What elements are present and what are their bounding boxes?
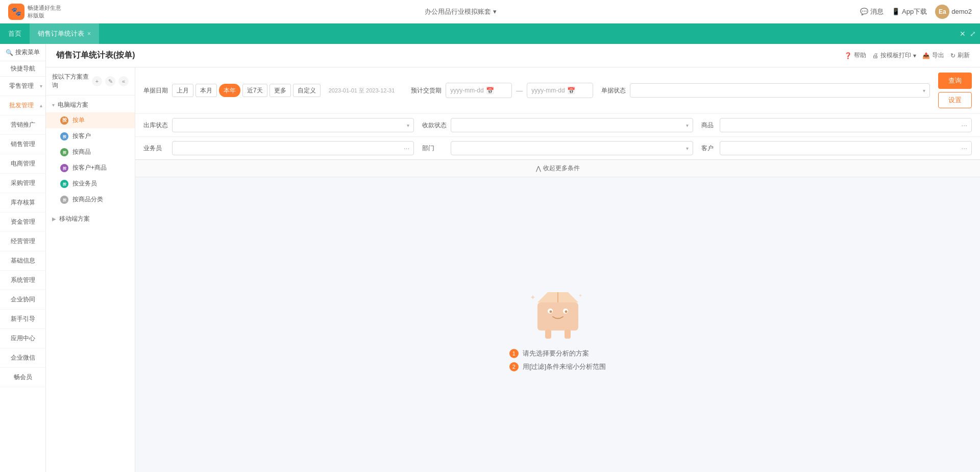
period-btn-this-year[interactable]: 本年 (219, 84, 240, 97)
scheme-edit-icon[interactable]: ✎ (105, 76, 115, 86)
sidebar-item-purchase[interactable]: 采购管理 (0, 174, 45, 193)
window-expand-icon[interactable]: ⤢ (970, 30, 976, 38)
scheme-add-icon[interactable]: + (92, 76, 102, 86)
svg-text:按: 按 (62, 150, 66, 154)
empty-state: ✦ ✦ ✦ 1 请先选择要分析的方案 2 用[过滤]条件来缩小分析范围 (135, 177, 980, 472)
refresh-icon: ↻ (950, 52, 955, 59)
sidebar-item-basic-info[interactable]: 基础信息 (0, 251, 45, 271)
more-dots-icon: ··· (961, 121, 967, 129)
salesperson-select[interactable]: ··· (172, 141, 414, 155)
app-download-button[interactable]: 📱 App下载 (892, 7, 927, 16)
department-select[interactable]: ▾ (451, 141, 693, 155)
sidebar-item-ecommerce[interactable]: 电商管理 (0, 154, 45, 174)
calendar-icon: 📅 (567, 87, 575, 95)
main-layout: 🔍 搜索菜单 快捷导航 零售管理 ▾ 批发管理 ▴ 营销推广 销售管理 电商管理… (0, 44, 980, 472)
scheme-item-by-customer[interactable]: 按 按客户 (46, 128, 135, 144)
print-button[interactable]: 🖨 按模板打印 ▾ (872, 51, 916, 60)
sidebar-item-system[interactable]: 系统管理 (0, 271, 45, 290)
scheme-item-by-goods[interactable]: 按 按商品 (46, 144, 135, 160)
chevron-down-icon: ▾ (686, 123, 689, 128)
period-btn-more[interactable]: 更多 (270, 84, 291, 97)
help-icon: ❓ (844, 52, 852, 59)
svg-rect-10 (537, 302, 578, 331)
scheme-section-desktop-header[interactable]: ▾ 电脑端方案 (46, 98, 135, 112)
sidebar-item-appstore[interactable]: 应用中心 (0, 329, 45, 348)
collapse-filter-button[interactable]: ⋀ 收起更多条件 (135, 160, 980, 177)
search-menu-button[interactable]: 🔍 搜索菜单 (0, 44, 45, 61)
chevron-down-icon: ▾ (40, 83, 42, 89)
scheme-section-mobile: ▶ 移动端方案 (46, 209, 135, 228)
filter-section: 单据日期 上月 本月 本年 近7天 更多 自定义 2023-01-01 至 20… (135, 67, 980, 177)
scheme-item-icon: 按 (60, 148, 68, 156)
sidebar-item-sales[interactable]: 销售管理 (0, 135, 45, 154)
user-area[interactable]: Ea demo2 (935, 5, 972, 19)
scheme-item-by-category[interactable]: 按 按商品分类 (46, 192, 135, 207)
scheme-item-by-order[interactable]: 按 按单 (46, 112, 135, 128)
period-btn-7days[interactable]: 近7天 (242, 84, 267, 97)
sidebar-item-management[interactable]: 经营管理 (0, 232, 45, 251)
sidebar-item-guide[interactable]: 新手引导 (0, 310, 45, 329)
svg-point-14 (549, 310, 552, 313)
chevron-down-icon: ▾ (686, 146, 689, 151)
settings-button[interactable]: 设置 (938, 92, 972, 108)
sidebar-item-finance[interactable]: 资金管理 (0, 213, 45, 232)
period-btn-custom[interactable]: 自定义 (293, 84, 321, 97)
period-btn-last-month[interactable]: 上月 (172, 84, 193, 97)
window-close-icon[interactable]: ✕ (960, 30, 966, 38)
scheme-section-desktop: ▾ 电脑端方案 按 按单 按 按客户 (46, 96, 135, 209)
sidebar-item-collab[interactable]: 企业协同 (0, 290, 45, 310)
export-icon: 📤 (922, 52, 930, 59)
sidebar-item-marketing[interactable]: 营销推广 (0, 115, 45, 135)
date-label: 单据日期 (143, 86, 168, 95)
scheme-collapse-icon[interactable]: « (118, 76, 129, 86)
calendar-icon: 📅 (486, 87, 494, 95)
salesperson-icon: 按 (62, 181, 67, 186)
sidebar-item-member[interactable]: 畅会员 (0, 368, 45, 387)
chevron-right-icon: ▶ (52, 216, 56, 222)
avatar: Ea (935, 5, 949, 19)
payment-status-label: 收款状态 (422, 121, 447, 130)
scheme-item-icon: 按 (60, 132, 68, 140)
svg-text:✦: ✦ (576, 317, 579, 321)
refresh-button[interactable]: ↻ 刷新 (950, 51, 970, 60)
svg-point-15 (565, 310, 567, 313)
query-button[interactable]: 查询 (938, 73, 972, 89)
sidebar-item-weixin[interactable]: 企业微信 (0, 348, 45, 368)
tab-sales-order[interactable]: 销售订单统计表 × (30, 23, 99, 44)
message-icon: 💬 (860, 8, 868, 15)
help-button[interactable]: ❓ 帮助 (844, 51, 866, 60)
top-bar-center[interactable]: 办公用品行业模拟账套 ▾ (61, 7, 860, 16)
department-label: 部门 (422, 144, 447, 153)
tab-close-icon[interactable]: × (87, 31, 91, 37)
scheme-item-by-salesperson[interactable]: 按 按业务员 (46, 176, 135, 192)
payment-status-select[interactable]: ▾ (451, 118, 693, 132)
scheme-item-by-customer-goods[interactable]: 按 按客户+商品 (46, 160, 135, 176)
delivery-status-select[interactable]: ▾ (172, 118, 414, 132)
expected-date-end[interactable]: yyyy-mm-dd 📅 (527, 83, 593, 98)
goods-select[interactable]: ··· (720, 118, 972, 132)
tab-home[interactable]: 首页 (0, 23, 30, 44)
customer-select[interactable]: ··· (720, 141, 972, 155)
logo-text: 畅捷通好生意 标版版 (28, 4, 61, 19)
page-header: 销售订单统计表(按单) ❓ 帮助 🖨 按模板打印 ▾ 📤 导出 ↻ 刷新 (46, 44, 980, 67)
export-button[interactable]: 📤 导出 (922, 51, 944, 60)
period-btn-this-month[interactable]: 本月 (195, 84, 217, 97)
scheme-item-icon: 按 (60, 116, 68, 125)
cust-goods-icon: 按 (62, 166, 67, 171)
download-icon: 📱 (892, 8, 900, 15)
scheme-item-icon: 按 (60, 196, 68, 204)
chevron-down-icon: ▾ (52, 102, 55, 108)
collapse-icon: ⋀ (536, 165, 541, 172)
message-button[interactable]: 💬 消息 (860, 7, 884, 16)
quick-nav-button[interactable]: 快捷导航 (0, 61, 45, 77)
goods-label: 商品 (701, 121, 716, 130)
status-label: 单据状态 (601, 86, 626, 95)
sidebar-item-wholesale[interactable]: 批发管理 ▴ (0, 96, 45, 115)
sidebar-item-retail[interactable]: 零售管理 ▾ (0, 77, 45, 96)
expected-date-start[interactable]: yyyy-mm-dd 📅 (446, 83, 512, 98)
svg-text:✦: ✦ (530, 293, 536, 301)
status-select[interactable]: ▾ (630, 83, 930, 98)
sidebar-item-inventory[interactable]: 库存核算 (0, 193, 45, 213)
top-bar-right: 💬 消息 📱 App下载 Ea demo2 (860, 5, 972, 19)
scheme-section-mobile-header[interactable]: ▶ 移动端方案 (46, 211, 135, 226)
